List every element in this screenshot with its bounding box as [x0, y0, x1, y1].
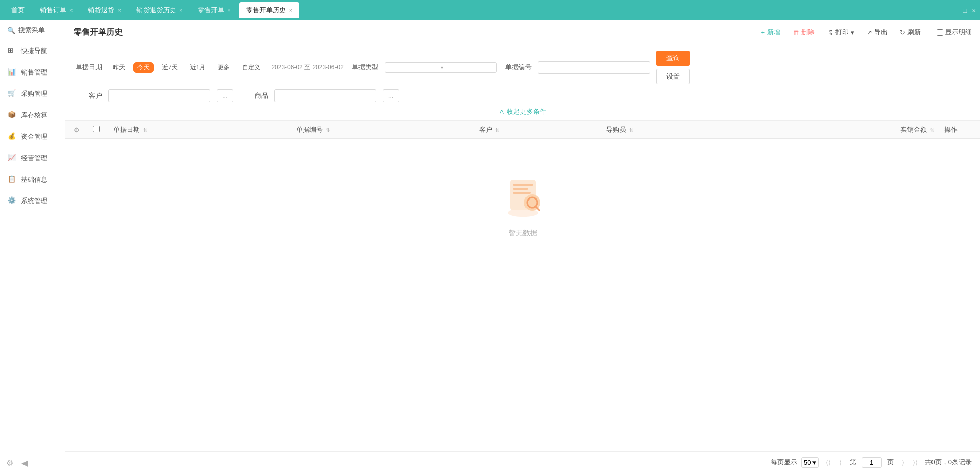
select-all-checkbox[interactable]	[93, 126, 100, 132]
window-controls: — □ ×	[951, 7, 976, 14]
th-number-label: 单据编号	[296, 126, 323, 133]
tab-sales-order-close[interactable]: ×	[69, 7, 73, 13]
th-number[interactable]: 单据编号 ⇅	[291, 121, 474, 139]
show-detail-label: 显示明细	[945, 28, 972, 37]
tab-sales-return-history[interactable]: 销货退货历史 ×	[129, 2, 189, 18]
per-page-select[interactable]: 50 ▾	[801, 457, 818, 468]
goods-ellipsis[interactable]: ...	[383, 89, 399, 102]
svg-rect-2	[513, 184, 533, 186]
add-label: 新增	[767, 28, 780, 37]
collapse-button[interactable]: ∧ 收起更多条件	[74, 107, 972, 116]
page-input[interactable]	[862, 457, 882, 468]
sidebar-collapse-icon[interactable]: ◀	[21, 458, 28, 468]
sidebar-item-sys-mgmt[interactable]: ⚙️ 系统管理	[0, 190, 65, 212]
sidebar-item-sales-mgmt[interactable]: 📊 销售管理	[0, 62, 65, 83]
page-label: 第	[847, 457, 859, 468]
search-icon: 🔍	[7, 27, 15, 34]
table-settings-icon[interactable]: ⚙	[70, 126, 83, 134]
tab-sales-return-history-close[interactable]: ×	[179, 7, 182, 13]
th-salesperson-label: 导购员	[606, 126, 626, 133]
close-btn[interactable]: ×	[972, 7, 976, 14]
tab-sales-return[interactable]: 销货退货 ×	[81, 2, 128, 18]
prev-page-btn[interactable]: ⟨	[836, 458, 845, 467]
show-detail-checkbox[interactable]: 显示明细	[937, 28, 972, 37]
show-detail-input[interactable]	[937, 29, 943, 36]
th-action: 操作	[939, 121, 980, 139]
goods-input[interactable]	[274, 89, 376, 102]
th-date[interactable]: 单据日期 ⇅	[108, 121, 291, 139]
date-1month[interactable]: 近1月	[185, 62, 210, 73]
refresh-button[interactable]: ↻ 刷新	[897, 26, 924, 39]
sidebar-search[interactable]: 🔍 搜索采单	[0, 20, 65, 40]
th-settings: ⚙	[65, 121, 88, 139]
tab-retail-open[interactable]: 零售开单 ×	[190, 2, 237, 18]
th-customer[interactable]: 客户 ⇅	[474, 121, 601, 139]
query-button[interactable]: 查询	[656, 51, 690, 66]
delete-label: 删除	[801, 28, 815, 37]
sidebar-item-finance-label: 资金管理	[21, 132, 47, 141]
tab-retail-open-history[interactable]: 零售开单历史 ×	[239, 2, 299, 18]
tab-retail-open-label: 零售开单	[198, 6, 224, 15]
delete-button[interactable]: 🗑 删除	[790, 26, 818, 39]
quick-nav-icon: ⊞	[8, 46, 17, 56]
sales-icon: 📊	[8, 68, 17, 77]
th-salesperson[interactable]: 导购员 ⇅	[601, 121, 756, 139]
tab-sales-order[interactable]: 销售订单 ×	[33, 2, 80, 18]
th-amount-sort-icon: ⇅	[930, 127, 934, 133]
sidebar-item-quick-nav-label: 快捷导航	[21, 46, 47, 56]
tab-sales-return-close[interactable]: ×	[117, 7, 121, 13]
tab-home[interactable]: 首页	[4, 2, 32, 18]
th-customer-label: 客户	[479, 126, 492, 133]
doc-type-select[interactable]: ▾	[385, 62, 497, 73]
tab-retail-open-history-close[interactable]: ×	[289, 7, 292, 13]
sidebar-item-base-info[interactable]: 📋 基础信息	[0, 169, 65, 190]
sidebar-item-sys-mgmt-label: 系统管理	[21, 196, 47, 206]
date-more[interactable]: 更多	[213, 62, 234, 73]
tab-retail-open-close[interactable]: ×	[227, 7, 230, 13]
data-table: ⚙ 单据日期 ⇅ 单据编号 ⇅	[65, 121, 980, 139]
first-page-btn[interactable]: ⟨⟨	[823, 458, 834, 467]
empty-text: 暂无数据	[509, 229, 537, 238]
th-date-sort-icon: ⇅	[143, 127, 147, 133]
settings-button[interactable]: 设置	[656, 69, 690, 84]
export-button[interactable]: ↗ 导出	[864, 26, 891, 39]
date-7days[interactable]: 近7天	[157, 62, 182, 73]
page-title: 零售开单历史	[74, 27, 123, 38]
per-page-label: 每页显示	[771, 458, 797, 467]
sidebar-item-purchase-mgmt[interactable]: 🛒 采购管理	[0, 83, 65, 105]
print-arrow-icon: ▾	[851, 29, 854, 36]
date-custom[interactable]: 自定义	[237, 62, 265, 73]
page-nav: ⟨⟨ ⟨ 第 页 ⟩ ⟩⟩	[823, 457, 921, 468]
sidebar-item-operations[interactable]: 📈 经营管理	[0, 147, 65, 169]
th-action-label: 操作	[944, 126, 958, 133]
sidebar-item-inventory[interactable]: 📦 库存核算	[0, 105, 65, 126]
goods-label: 商品	[240, 91, 268, 101]
add-button[interactable]: + 新增	[758, 26, 783, 39]
refresh-label: 刷新	[907, 28, 921, 37]
th-amount[interactable]: 实销金额 ⇅	[756, 121, 939, 139]
sidebar-bottom: ⚙ ◀	[0, 453, 65, 473]
customer-input[interactable]	[108, 89, 210, 102]
minimize-btn[interactable]: —	[951, 7, 958, 14]
purchase-icon: 🛒	[8, 89, 17, 98]
th-customer-sort-icon: ⇅	[495, 127, 499, 133]
customer-ellipsis[interactable]: ...	[217, 89, 233, 102]
date-today[interactable]: 今天	[133, 62, 154, 73]
filter-row-1: 单据日期 昨天 今天 近7天 近1月 更多 自定义 2023-06-02 至 2…	[74, 51, 972, 84]
sidebar-settings-icon[interactable]: ⚙	[6, 458, 13, 468]
print-icon: 🖨	[827, 29, 833, 36]
maximize-btn[interactable]: □	[963, 7, 967, 14]
date-group: 昨天 今天 近7天 近1月 更多 自定义	[108, 62, 265, 73]
next-page-btn[interactable]: ⟩	[899, 458, 907, 467]
th-date-label: 单据日期	[113, 126, 140, 133]
sidebar-item-finance[interactable]: 💰 资金管理	[0, 126, 65, 147]
add-icon: +	[761, 29, 765, 36]
sidebar-item-quick-nav[interactable]: ⊞ 快捷导航	[0, 40, 65, 62]
doc-number-input[interactable]	[538, 61, 650, 74]
print-button[interactable]: 🖨 打印 ▾	[824, 26, 857, 39]
last-page-btn[interactable]: ⟩⟩	[910, 458, 921, 467]
tab-sales-order-label: 销售订单	[40, 6, 66, 15]
date-yesterday[interactable]: 昨天	[108, 62, 130, 73]
print-label: 打印	[835, 28, 849, 37]
sidebar-item-base-info-label: 基础信息	[21, 175, 47, 184]
